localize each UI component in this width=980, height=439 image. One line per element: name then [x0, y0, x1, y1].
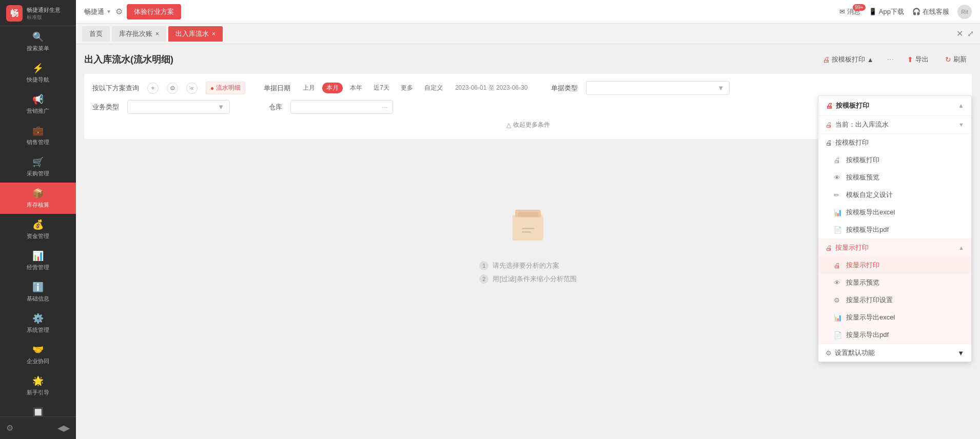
dp-display-preview[interactable]: 👁 按显示预览 — [818, 274, 971, 291]
sidebar-quick-nav-label: 快捷导航 — [27, 76, 49, 84]
trial-button[interactable]: 体验行业方案 — [127, 4, 181, 19]
printer-icon: 🖨 — [822, 55, 830, 64]
date-btn-more[interactable]: 更多 — [397, 83, 417, 93]
filter-tag-label: 流水明细 — [216, 84, 241, 92]
sidebar-inventory-icon: 📦 — [32, 188, 44, 199]
sidebar-item-system[interactable]: ⚙️ 系统管理 — [0, 308, 76, 339]
sidebar-base-label: 基础信息 — [27, 295, 49, 303]
dp-display-print[interactable]: 🖨 按显示打印 — [818, 256, 971, 274]
close-window-icon[interactable]: ✕ — [956, 29, 963, 38]
sidebar-item-search[interactable]: 🔍 搜索菜单 — [0, 26, 76, 57]
date-btn-7days[interactable]: 近7天 — [369, 83, 394, 93]
date-range-display: 2023-06-01 至 2023-06-30 — [455, 84, 527, 92]
filter-tag-item[interactable]: ● 流水明细 — [206, 82, 245, 94]
dp-template-print[interactable]: 🖨 按模板打印 — [818, 151, 971, 169]
main-area: 畅捷通 ▼ ⚙ 体验行业方案 ✉ 消息 99+ 📱 App下载 🎧 — [76, 0, 980, 439]
collapse-label: 收起更多条件 — [513, 121, 550, 129]
sidebar-finance-icon: 💰 — [32, 219, 44, 230]
collapse-button[interactable]: △ 收起更多条件 — [504, 118, 553, 132]
avatar[interactable]: Rit — [957, 5, 972, 19]
sidebar-item-base[interactable]: ℹ️ 基础信息 — [0, 276, 76, 308]
dp-template-preview[interactable]: 👁 按模板预览 — [818, 169, 971, 186]
topbar-left: 畅捷通 ▼ ⚙ 体验行业方案 — [84, 4, 833, 19]
dp-display-icon: 🖨 — [826, 244, 832, 252]
date-btn-last-month[interactable]: 上月 — [299, 83, 319, 93]
sidebar-item-inventory[interactable]: 📦 库存核算 — [0, 183, 76, 214]
dp-template-export-pdf[interactable]: 📄 按模板导出pdf — [818, 221, 971, 238]
dp-display-export-excel[interactable]: 📊 按显示导出excel — [818, 309, 971, 326]
more-actions-icon[interactable]: ··· — [885, 55, 896, 64]
refresh-button[interactable]: ↻ 刷新 — [940, 52, 972, 67]
tab-batch-account[interactable]: 库存批次账 × — [112, 26, 166, 42]
dp-title: 🖨 按模板打印 — [826, 101, 869, 110]
dp-template-design[interactable]: ✏ 模板自定义设计 — [818, 186, 971, 204]
voucher-type-select[interactable]: ▼ — [586, 81, 730, 95]
user-chevron-icon: ▼ — [106, 9, 111, 14]
tab-batch-close-icon[interactable]: × — [155, 30, 159, 37]
filter-settings-icon[interactable]: ⚙ — [167, 83, 178, 94]
dp-template-section-header[interactable]: 🖨 按模板打印 — [818, 134, 971, 151]
dp-footer[interactable]: ⚙ 设置默认功能 ▼ — [818, 344, 971, 362]
sidebar-item-operations[interactable]: 📊 经营管理 — [0, 245, 76, 276]
dp-display-print-settings[interactable]: ⚙ 按显示打印设置 — [818, 291, 971, 309]
dp-display-section-header[interactable]: 🖨 按显示打印 ▲ — [818, 239, 971, 256]
dp-template-label: 🖨 按模板打印 — [826, 138, 869, 147]
sidebar-item-app-center[interactable]: 🔲 应用中心 — [0, 402, 76, 416]
empty-steps: 1 请先选择要分析的方案 2 用[过滤]条件来缩小分析范围 — [479, 261, 576, 284]
online-service-button[interactable]: 🎧 在线客服 — [912, 7, 949, 16]
dp-current-label: 🖨 当前：出入库流水 — [826, 120, 889, 129]
dp-display-export-pdf[interactable]: 📄 按显示导出pdf — [818, 326, 971, 344]
tab-inout-label: 出入库流水 — [175, 29, 209, 38]
dp-template-section: 🖨 按模板打印 🖨 按模板打印 👁 按模板预览 ✏ 模板自定义设 — [818, 134, 971, 239]
warehouse-select[interactable]: ··· — [290, 100, 393, 114]
tab-right-actions: ✕ ⤢ — [956, 29, 974, 38]
dp-header-chevron-icon[interactable]: ▲ — [958, 102, 964, 109]
collapse-icon[interactable]: ◀▶ — [57, 423, 70, 433]
settings-icon[interactable]: ⚙ — [6, 423, 13, 433]
dp-footer-settings-icon: ⚙ — [826, 349, 832, 357]
app-download-button[interactable]: 📱 App下载 — [869, 7, 904, 16]
sidebar-system-label: 系统管理 — [27, 326, 49, 334]
sidebar-inventory-label: 库存核算 — [27, 201, 49, 209]
topbar-user[interactable]: 畅捷通 ▼ — [84, 7, 111, 16]
dp-template-print-icon: 🖨 — [834, 156, 842, 164]
service-icon: 🎧 — [912, 8, 920, 15]
page-actions: 🖨 按模板打印 ▲ ··· ⬆ 导出 ↻ 刷新 — [817, 52, 972, 67]
template-print-button[interactable]: 🖨 按模板打印 ▲ — [817, 52, 879, 67]
dp-display-print-icon: 🖨 — [834, 262, 842, 269]
tab-batch-label: 库存批次账 — [119, 29, 152, 38]
filter-add-button[interactable]: + — [147, 83, 159, 94]
sidebar-item-guide[interactable]: 🌟 新手引导 — [0, 370, 76, 402]
dp-template-preview-icon: 👁 — [834, 174, 842, 182]
sidebar-purchase-icon: 🛒 — [32, 156, 44, 168]
topbar-settings-icon[interactable]: ⚙ — [115, 7, 123, 16]
filter-row-1: 按以下方案查询 + ⚙ « ● 流水明细 单据日期 上月 本月 本年 近7天 更… — [92, 81, 964, 95]
message-button[interactable]: ✉ 消息 99+ — [839, 7, 860, 16]
sidebar-item-quick-nav[interactable]: ⚡ 快捷导航 — [0, 57, 76, 89]
tab-inout-flow[interactable]: 出入库流水 × — [168, 26, 223, 42]
sidebar-item-purchase[interactable]: 🛒 采购管理 — [0, 151, 76, 183]
sidebar-item-collab[interactable]: 🤝 企业协同 — [0, 339, 76, 370]
message-badge: 99+ — [853, 4, 866, 11]
sidebar-collab-label: 企业协同 — [27, 357, 49, 365]
sidebar-item-marketing[interactable]: 📢 营销推广 — [0, 89, 76, 120]
dp-template-icon: 🖨 — [826, 139, 832, 147]
date-btn-this-year[interactable]: 本年 — [346, 83, 366, 93]
tab-home[interactable]: 首页 — [82, 26, 110, 42]
warehouse-label: 仓库 — [269, 103, 282, 112]
tab-inout-close-icon[interactable]: × — [212, 30, 215, 37]
date-btn-custom[interactable]: 自定义 — [420, 83, 447, 93]
date-buttons: 上月 本月 本年 近7天 更多 自定义 — [299, 83, 447, 93]
dp-template-export-excel[interactable]: 📊 按模板导出excel — [818, 204, 971, 221]
sidebar-item-sales[interactable]: 💼 销售管理 — [0, 120, 76, 151]
app-download-icon: 📱 — [869, 8, 877, 15]
dp-current-header[interactable]: 🖨 当前：出入库流水 ▼ — [818, 116, 971, 133]
sidebar-search-label: 搜索菜单 — [27, 45, 49, 52]
sidebar-bottom: ⚙ ◀▶ — [0, 416, 76, 439]
date-btn-this-month[interactable]: 本月 — [322, 83, 343, 93]
filter-collapse-icon[interactable]: « — [186, 83, 198, 94]
business-type-select[interactable]: ▼ — [127, 100, 230, 114]
sidebar-item-finance[interactable]: 💰 资金管理 — [0, 214, 76, 245]
export-button[interactable]: ⬆ 导出 — [902, 52, 934, 67]
maximize-icon[interactable]: ⤢ — [967, 29, 974, 38]
